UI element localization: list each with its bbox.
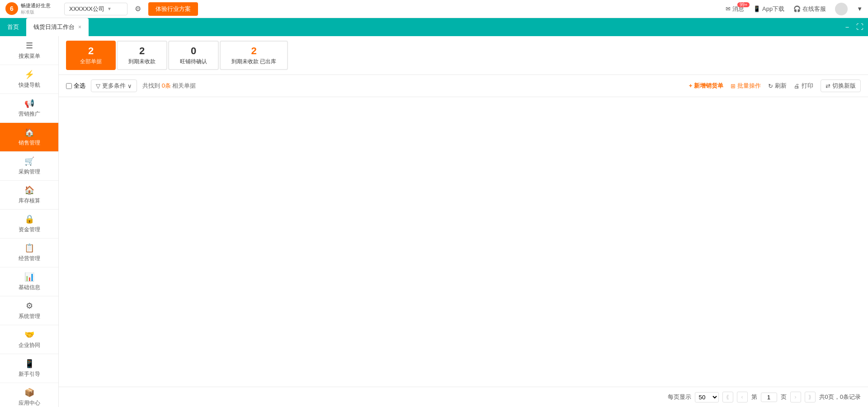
batch-action-button[interactable]: ⊞ 批量操作 xyxy=(731,82,761,90)
page-size-select[interactable]: 50 10 20 100 xyxy=(695,392,719,402)
tab-workbench[interactable]: 钱货日清工作台 × xyxy=(26,18,89,36)
sidebar-label: 应用中心 xyxy=(19,399,40,407)
operations-icon: 📋 xyxy=(24,243,34,253)
quick-nav-icon: ⚡ xyxy=(24,70,34,80)
card-wangpu-num: 0 xyxy=(191,45,196,57)
sidebar-item-marketing[interactable]: 📢 营销推广 xyxy=(0,94,58,123)
company-name: XXXXXX公司 xyxy=(69,5,104,13)
first-page-button[interactable]: ⟪ xyxy=(722,392,733,402)
card-wangpu-label: 旺铺待确认 xyxy=(180,58,207,65)
online-service-button[interactable]: 🎧 在线客服 xyxy=(793,5,826,13)
card-overdue[interactable]: 2 到期未收款 xyxy=(117,41,167,70)
experience-button[interactable]: 体验行业方案 xyxy=(148,2,198,16)
phone-icon: 📱 xyxy=(753,5,760,12)
refresh-button[interactable]: ↻ 刷新 xyxy=(768,82,787,90)
card-shipped-label: 到期未收款 已出库 xyxy=(231,58,276,65)
card-all-num: 2 xyxy=(88,45,94,57)
sidebar-label: 搜索菜单 xyxy=(19,52,40,60)
last-page-button[interactable]: ⟫ xyxy=(805,392,816,402)
basic-info-icon: 📊 xyxy=(24,272,34,282)
page-label: 第 xyxy=(751,393,757,401)
chevron-down-icon: ∨ xyxy=(127,83,132,89)
print-button[interactable]: 🖨 打印 xyxy=(794,82,813,90)
maximize-icon[interactable]: ⛶ xyxy=(856,23,863,31)
batch-icon: ⊞ xyxy=(731,83,736,89)
company-selector[interactable]: XXXXXX公司 ▼ xyxy=(64,3,127,15)
sidebar-item-operations[interactable]: 📋 经营管理 xyxy=(0,239,58,267)
logo-text: 畅捷通好生意 xyxy=(21,2,51,9)
card-overdue-num: 2 xyxy=(139,45,145,57)
page-label-suffix: 页 xyxy=(781,393,787,401)
sidebar-item-purchase[interactable]: 🛒 采购管理 xyxy=(0,152,58,181)
toolbar-right: + 新增销货单 ⊞ 批量操作 ↻ 刷新 🖨 打印 ⇄ 切换新版 xyxy=(689,80,861,92)
card-all[interactable]: 2 全部单据 xyxy=(66,41,116,70)
add-order-button[interactable]: + 新增销货单 xyxy=(689,82,723,90)
pagination: 每页显示 50 10 20 100 ⟪ ‹ 第 页 › ⟫ 共0页，0条记录 xyxy=(59,387,868,407)
page-size-label: 每页显示 xyxy=(668,393,691,401)
content-area: 2 全部单据 2 到期未收款 0 旺铺待确认 2 到期未收款 已出库 全选 xyxy=(59,36,868,407)
filter-icon: ▽ xyxy=(96,83,100,89)
switch-version-button[interactable]: ⇄ 切换新版 xyxy=(821,80,861,92)
sidebar-label: 基础信息 xyxy=(19,284,40,291)
select-all-checkbox[interactable]: 全选 xyxy=(66,82,85,90)
sidebar-label: 采购管理 xyxy=(19,168,40,176)
main-layout: ☰ 搜索菜单 ⚡ 快捷导航 📢 营销推广 🏠 销售管理 🛒 采购管理 🏠 库存核… xyxy=(0,36,868,407)
user-avatar[interactable] xyxy=(835,3,848,15)
chevron-down-icon: ▼ xyxy=(107,6,112,11)
sidebar-item-inventory[interactable]: 🏠 库存核算 xyxy=(0,181,58,210)
prev-page-button[interactable]: ‹ xyxy=(737,392,748,402)
app-center-icon: 📦 xyxy=(24,388,34,398)
sidebar-item-sales[interactable]: 🏠 销售管理 xyxy=(0,123,58,152)
logo-area: 6 畅捷通好生意 标准版 xyxy=(5,2,64,15)
filter-button[interactable]: ▽ 更多条件 ∨ xyxy=(91,80,137,92)
sidebar-label: 营销推广 xyxy=(19,110,40,118)
user-dropdown[interactable]: ▼ xyxy=(857,5,863,12)
print-icon: 🖨 xyxy=(794,83,800,89)
search-menu-icon: ☰ xyxy=(26,41,33,51)
sidebar-label: 库存核算 xyxy=(19,197,40,205)
minimize-icon[interactable]: － xyxy=(844,23,851,32)
enterprise-icon: 🤝 xyxy=(24,330,34,340)
tab-home[interactable]: 首页 xyxy=(0,18,26,36)
sidebar-label: 经营管理 xyxy=(19,255,40,262)
marketing-icon: 📢 xyxy=(24,98,34,108)
message-icon: ✉ xyxy=(726,5,731,12)
service-icon: 🎧 xyxy=(793,5,801,12)
logo-tag: 标准版 xyxy=(21,9,51,15)
page-input[interactable] xyxy=(761,393,777,402)
sidebar-item-system[interactable]: ⚙ 系统管理 xyxy=(0,296,58,325)
sidebar-label: 企业协同 xyxy=(19,342,40,349)
next-page-button[interactable]: › xyxy=(790,392,801,402)
card-shipped[interactable]: 2 到期未收款 已出库 xyxy=(220,41,288,70)
sidebar-item-guide[interactable]: 📱 新手引导 xyxy=(0,354,58,383)
message-badge: 99+ xyxy=(737,2,750,7)
sidebar-label: 新手引导 xyxy=(19,370,40,378)
sidebar-item-app-center[interactable]: 📦 应用中心 xyxy=(0,383,58,407)
card-all-label: 全部单据 xyxy=(80,58,102,65)
inventory-icon: 🏠 xyxy=(24,185,34,195)
sidebar-label: 系统管理 xyxy=(19,313,40,320)
settings-icon[interactable]: ⚙ xyxy=(131,2,145,16)
found-num: 0条 xyxy=(162,82,171,89)
sidebar-label: 快捷导航 xyxy=(19,81,40,89)
system-icon: ⚙ xyxy=(26,301,33,311)
message-button[interactable]: ✉ 消息 99+ xyxy=(726,5,744,13)
card-overdue-label: 到期未收款 xyxy=(128,58,156,65)
sidebar-item-finance[interactable]: 🔒 资金管理 xyxy=(0,210,58,239)
purchase-icon: 🛒 xyxy=(24,156,34,166)
select-all-input[interactable] xyxy=(66,83,72,89)
sidebar-item-quick-nav[interactable]: ⚡ 快捷导航 xyxy=(0,65,58,94)
tab-bar: 首页 钱货日清工作台 × － ⛶ xyxy=(0,18,868,36)
guide-icon: 📱 xyxy=(24,359,34,369)
close-icon[interactable]: × xyxy=(78,24,81,30)
sidebar-item-basic-info[interactable]: 📊 基础信息 xyxy=(0,267,58,296)
card-wangpu[interactable]: 0 旺铺待确认 xyxy=(168,41,219,70)
total-info: 共0页，0条记录 xyxy=(819,393,861,401)
chevron-down-icon: ▼ xyxy=(857,5,863,12)
found-text: 共找到 0条 相关单据 xyxy=(142,82,196,90)
card-shipped-num: 2 xyxy=(251,45,257,57)
refresh-icon: ↻ xyxy=(768,83,773,89)
sidebar-item-search-menu[interactable]: ☰ 搜索菜单 xyxy=(0,36,58,65)
app-download-button[interactable]: 📱 App下载 xyxy=(753,5,784,13)
sidebar-item-enterprise[interactable]: 🤝 企业协同 xyxy=(0,325,58,354)
